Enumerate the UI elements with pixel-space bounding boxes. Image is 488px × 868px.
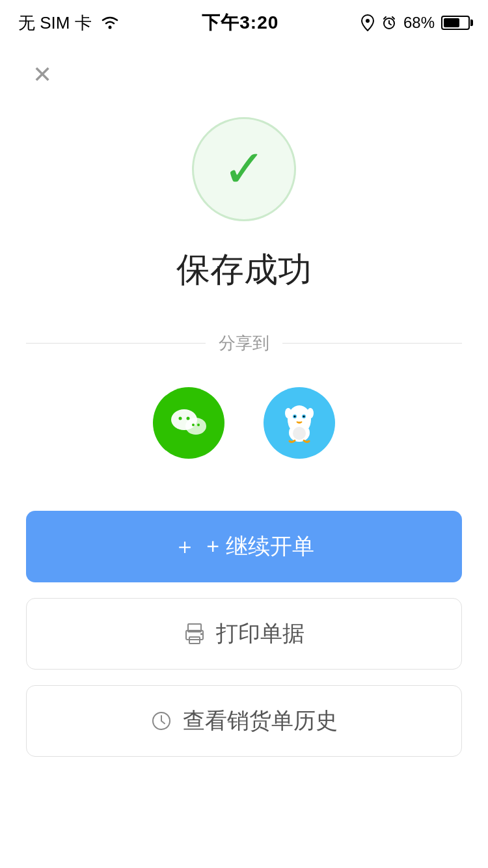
svg-point-16 [285, 408, 291, 418]
status-time: 下午3:20 [202, 10, 278, 35]
wechat-icon [166, 403, 211, 442]
continue-label: + 继续开单 [206, 532, 314, 562]
divider-line-right [282, 343, 462, 344]
svg-point-15 [293, 427, 306, 440]
wechat-share-button[interactable] [153, 387, 224, 459]
close-button-area: ✕ [0, 46, 488, 104]
svg-point-12 [294, 416, 296, 418]
svg-point-17 [307, 408, 314, 418]
svg-point-8 [197, 424, 200, 426]
printer-icon [183, 623, 206, 645]
qq-share-button[interactable] [264, 387, 335, 459]
plus-icon: ＋ [174, 532, 196, 562]
wifi-icon [100, 15, 120, 31]
continue-button[interactable]: ＋ + 继续开单 [26, 511, 462, 582]
status-bar: 无 SIM 卡 下午3:20 68% [0, 0, 488, 46]
close-button[interactable]: ✕ [26, 59, 59, 91]
history-icon [150, 710, 172, 732]
main-content: ✓ 保存成功 分享到 [0, 104, 488, 757]
action-buttons: ＋ + 继续开单 打印单据 查看销货单历史 [26, 511, 462, 757]
divider-label: 分享到 [219, 332, 269, 355]
svg-point-6 [187, 417, 190, 420]
svg-point-0 [108, 26, 111, 29]
svg-rect-21 [200, 633, 202, 635]
svg-point-13 [303, 416, 305, 418]
success-icon-circle: ✓ [192, 117, 296, 221]
close-icon: ✕ [33, 63, 52, 87]
alarm-icon [381, 15, 397, 31]
print-label: 打印单据 [216, 619, 305, 649]
print-button[interactable]: 打印单据 [26, 598, 462, 670]
success-title: 保存成功 [176, 247, 312, 293]
location-icon [360, 14, 375, 31]
carrier-text: 无 SIM 卡 [18, 12, 92, 34]
status-left: 无 SIM 卡 [18, 12, 120, 34]
share-icons-row [153, 387, 335, 459]
qq-icon [278, 400, 321, 446]
svg-point-7 [192, 424, 195, 426]
divider-line-left [26, 343, 206, 344]
history-button[interactable]: 查看销货单历史 [26, 685, 462, 757]
history-label: 查看销货单历史 [183, 706, 338, 736]
checkmark-icon: ✓ [223, 143, 266, 195]
battery-percent: 68% [403, 14, 435, 32]
svg-point-5 [179, 417, 182, 420]
battery-icon [441, 16, 470, 30]
share-divider: 分享到 [26, 332, 462, 355]
status-right: 68% [360, 14, 470, 32]
svg-point-4 [185, 418, 206, 435]
svg-point-1 [366, 19, 370, 23]
